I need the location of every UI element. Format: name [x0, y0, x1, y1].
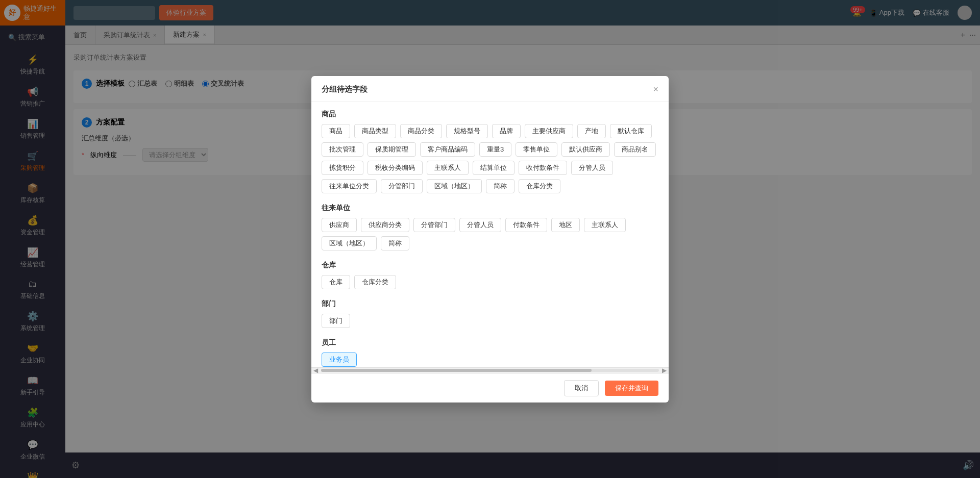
field-tag[interactable]: 仓库 — [322, 275, 350, 289]
field-tag[interactable]: 分管人员 — [459, 218, 501, 232]
field-tag[interactable]: 主联系人 — [584, 218, 626, 232]
field-tag[interactable]: 分管人员 — [571, 161, 613, 175]
product-field-tags: 商品 商品类型 商品分类 规格型号 品牌 主要供应商 产地 默认仓库 批次管理 … — [322, 124, 658, 193]
section-warehouse: 仓库 仓库 仓库分类 — [322, 261, 658, 289]
field-tag[interactable]: 品牌 — [492, 124, 521, 138]
field-tag[interactable]: 收付款条件 — [519, 161, 567, 175]
field-tag[interactable]: 结算单位 — [473, 161, 514, 175]
field-tag[interactable]: 拣货积分 — [322, 161, 363, 175]
field-tag[interactable]: 客户商品编码 — [420, 142, 475, 157]
section-partner: 往来单位 供应商 供应商分类 分管部门 分管人员 付款条件 地区 主联系人 区域… — [322, 204, 658, 250]
field-tag[interactable]: 商品 — [322, 124, 350, 138]
modal-body[interactable]: 商品 商品 商品类型 商品分类 规格型号 品牌 主要供应商 产地 默认仓库 批次… — [311, 102, 669, 367]
field-tag[interactable]: 批次管理 — [322, 142, 363, 157]
field-select-modal: 分组待选字段 × 商品 商品 商品类型 商品分类 规格型号 品牌 主要供应商 产… — [311, 76, 669, 402]
field-tag[interactable]: 默认仓库 — [610, 124, 652, 138]
modal-header: 分组待选字段 × — [311, 76, 669, 102]
section-warehouse-title: 仓库 — [322, 261, 658, 270]
modal-close-button[interactable]: × — [653, 84, 658, 95]
section-partner-title: 往来单位 — [322, 204, 658, 213]
field-tag-staff-selected[interactable]: 业务员 — [322, 353, 357, 367]
field-tag[interactable]: 仓库分类 — [354, 275, 396, 289]
field-tag[interactable]: 商品分类 — [400, 124, 442, 138]
modal-overlay: 分组待选字段 × 商品 商品 商品类型 商品分类 规格型号 品牌 主要供应商 产… — [0, 0, 980, 478]
field-tag[interactable]: 零售单位 — [516, 142, 557, 157]
field-tag[interactable]: 供应商分类 — [361, 218, 409, 232]
staff-field-tags: 业务员 — [322, 353, 658, 367]
field-tag[interactable]: 规格型号 — [446, 124, 488, 138]
field-tag[interactable]: 分管部门 — [413, 218, 455, 232]
department-field-tags: 部门 — [322, 314, 658, 328]
field-tag[interactable]: 产地 — [577, 124, 606, 138]
modal-footer: 取消 保存并查询 — [311, 373, 669, 402]
field-tag[interactable]: 重量3 — [479, 142, 511, 157]
modal-horizontal-scrollbar[interactable]: ◀ ▶ — [311, 367, 669, 373]
partner-field-tags: 供应商 供应商分类 分管部门 分管人员 付款条件 地区 主联系人 区域（地区） … — [322, 218, 658, 250]
field-tag[interactable]: 税收分类编码 — [368, 161, 423, 175]
scrollbar-track — [321, 369, 659, 372]
field-tag[interactable]: 分管部门 — [381, 179, 423, 193]
section-product-title: 商品 — [322, 110, 658, 119]
field-tag[interactable]: 简称 — [381, 236, 409, 250]
field-tag[interactable]: 区域（地区） — [427, 179, 482, 193]
field-tag[interactable]: 往来单位分类 — [322, 179, 377, 193]
section-staff: 员工 业务员 — [322, 338, 658, 367]
field-tag[interactable]: 商品类型 — [354, 124, 396, 138]
section-department-title: 部门 — [322, 299, 658, 309]
modal-title: 分组待选字段 — [322, 85, 368, 94]
field-tag[interactable]: 保质期管理 — [368, 142, 416, 157]
field-tag[interactable]: 部门 — [322, 314, 350, 328]
warehouse-field-tags: 仓库 仓库分类 — [322, 275, 658, 289]
field-tag[interactable]: 默认供应商 — [561, 142, 610, 157]
field-tag[interactable]: 主联系人 — [427, 161, 469, 175]
section-department: 部门 部门 — [322, 299, 658, 328]
confirm-button[interactable]: 保存并查询 — [605, 381, 658, 396]
field-tag[interactable]: 区域（地区） — [322, 236, 377, 250]
section-product: 商品 商品 商品类型 商品分类 规格型号 品牌 主要供应商 产地 默认仓库 批次… — [322, 110, 658, 193]
scrollbar-thumb[interactable] — [321, 369, 592, 372]
field-tag[interactable]: 商品别名 — [614, 142, 656, 157]
cancel-button[interactable]: 取消 — [564, 380, 599, 396]
field-tag[interactable]: 主要供应商 — [525, 124, 573, 138]
section-staff-title: 员工 — [322, 338, 658, 347]
field-tag[interactable]: 简称 — [486, 179, 514, 193]
field-tag[interactable]: 仓库分类 — [519, 179, 560, 193]
field-tag[interactable]: 供应商 — [322, 218, 357, 232]
field-tag[interactable]: 地区 — [551, 218, 580, 232]
field-tag[interactable]: 付款条件 — [505, 218, 547, 232]
